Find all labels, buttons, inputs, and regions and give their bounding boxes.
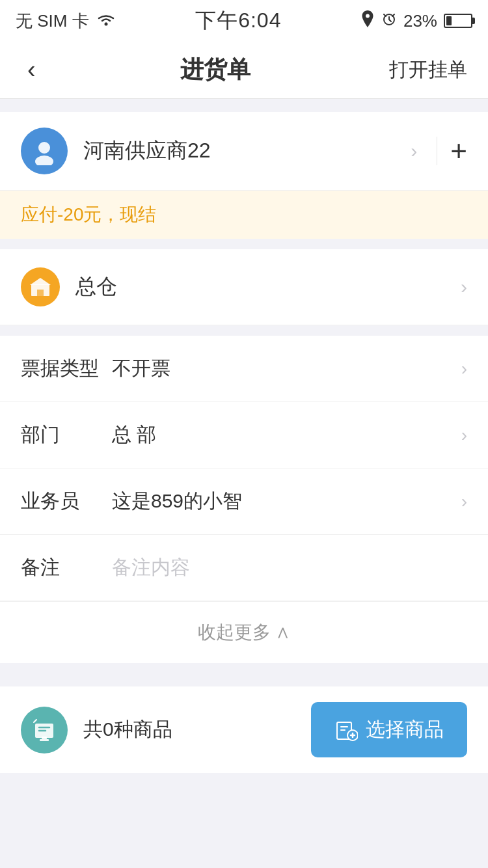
select-product-label: 选择商品	[366, 716, 444, 743]
salesperson-chevron-icon: ›	[461, 491, 467, 512]
supplier-section: 河南供应商22 › + 应付-20元，现结	[0, 112, 488, 239]
page-title: 进货单	[180, 54, 251, 86]
salesperson-label: 业务员	[21, 488, 99, 515]
svg-point-3	[35, 156, 53, 165]
divider-2	[0, 239, 488, 249]
warehouse-name: 总仓	[75, 273, 461, 301]
svg-point-2	[38, 142, 50, 154]
divider-1	[0, 99, 488, 112]
department-label: 部门	[21, 422, 99, 448]
salesperson-value: 这是859的小智	[99, 488, 455, 515]
product-count-icon	[21, 707, 68, 753]
remark-input[interactable]: 备注内容	[99, 554, 467, 581]
status-right: 23%	[360, 10, 472, 32]
supplier-chevron-icon: ›	[411, 140, 417, 162]
supplier-row-right: › +	[411, 137, 467, 165]
open-pending-button[interactable]: 打开挂单	[389, 57, 467, 83]
carrier-label: 无 SIM 卡	[16, 10, 89, 33]
svg-rect-9	[40, 739, 49, 741]
product-count-text: 共0种商品	[83, 716, 295, 743]
department-row[interactable]: 部门 总 部 ›	[0, 402, 488, 468]
divider-4	[0, 663, 488, 673]
warehouse-chevron-icon: ›	[461, 276, 467, 298]
supplier-name: 河南供应商22	[83, 137, 411, 165]
invoice-type-chevron-icon: ›	[461, 359, 467, 379]
battery-icon	[444, 14, 472, 28]
invoice-type-row[interactable]: 票据类型 不开票 ›	[0, 336, 488, 402]
supplier-avatar	[21, 128, 68, 174]
back-button[interactable]: ‹	[21, 49, 42, 90]
salesperson-row[interactable]: 业务员 这是859的小智 ›	[0, 468, 488, 535]
collapse-toggle-button[interactable]: 收起更多 ∧	[0, 601, 488, 663]
invoice-type-value: 不开票	[99, 355, 455, 382]
add-supplier-button[interactable]: +	[437, 137, 467, 165]
warehouse-row[interactable]: 总仓 ›	[0, 249, 488, 325]
remark-label: 备注	[21, 554, 99, 581]
remark-row[interactable]: 备注 备注内容	[0, 535, 488, 601]
svg-rect-8	[42, 737, 47, 739]
supplier-row[interactable]: 河南供应商22 › +	[0, 112, 488, 191]
nav-bar: ‹ 进货单 打开挂单	[0, 42, 488, 99]
bottom-bar: 共0种商品 选择商品	[0, 686, 488, 773]
wifi-icon	[96, 11, 116, 31]
warehouse-icon	[21, 267, 60, 306]
warning-banner: 应付-20元，现结	[0, 191, 488, 239]
svg-marker-5	[30, 278, 51, 285]
department-value: 总 部	[99, 422, 455, 448]
time-display: 下午6:04	[195, 7, 281, 35]
invoice-type-label: 票据类型	[21, 355, 99, 382]
select-product-button[interactable]: 选择商品	[311, 702, 467, 757]
svg-rect-6	[37, 290, 44, 296]
location-icon	[360, 10, 375, 32]
form-section: 票据类型 不开票 › 部门 总 部 › 业务员 这是859的小智 › 备注 备注…	[0, 336, 488, 663]
status-bar: 无 SIM 卡 下午6:04	[0, 0, 488, 42]
battery-percent: 23%	[403, 11, 437, 31]
alarm-icon	[381, 11, 397, 31]
svg-point-0	[104, 22, 107, 25]
department-chevron-icon: ›	[461, 425, 467, 446]
divider-3	[0, 325, 488, 336]
status-left: 无 SIM 卡	[16, 10, 116, 33]
